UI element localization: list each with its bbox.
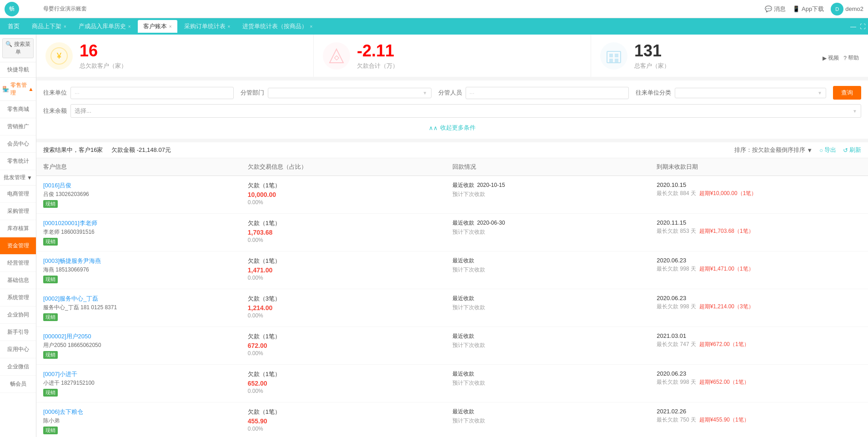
next-collect-5: 预计下次收款 (452, 379, 657, 387)
overdue-link-1[interactable]: 超期¥1,703.68（1笔） (699, 228, 754, 234)
sidebar-item-wholesale-mgmt[interactable]: 批发管理 ▼ (0, 170, 36, 186)
sidebar-item-inventory[interactable]: 库存核算 (0, 220, 36, 237)
debt-percent-0: 0.00% (248, 199, 452, 206)
customer-name-3[interactable]: [0002]服务中心_丁磊 (43, 295, 98, 302)
tab-close-goods[interactable]: × (310, 24, 312, 29)
overdue-link-4[interactable]: 超期¥672.00（1笔） (699, 341, 749, 347)
tab-close-production[interactable]: × (128, 24, 131, 29)
due-cell-0: 2020.10.15 最长欠款 884 天 超期¥10,000.00（1笔） (657, 181, 861, 197)
sidebar-item-vip[interactable]: 畅会员 (0, 376, 36, 393)
app-download-btn[interactable]: 📱 App下载 (793, 5, 824, 13)
next-collect-4: 预计下次收款 (452, 342, 657, 349)
search-menu-btn[interactable]: 🔍 搜索菜单 (2, 38, 34, 58)
category-select[interactable]: ▼ (675, 88, 826, 98)
collection-cell-2: 最近收款 预计下次收款 (452, 257, 657, 274)
customer-name-6[interactable]: [0006]去下粮仓 (43, 408, 83, 415)
overdue-link-2[interactable]: 超期¥1,471.00（1笔） (699, 266, 754, 272)
overdue-link-3[interactable]: 超期¥1,214.00（3笔） (699, 303, 754, 310)
tab-goods-stats[interactable]: 进货单统计表（按商品） × (237, 20, 318, 33)
sidebar-item-members[interactable]: 会员中心 (0, 136, 36, 153)
balance-label: 往来余额 (43, 107, 67, 115)
sidebar-item-finance[interactable]: 资金管理 (0, 237, 36, 255)
customer-name-2[interactable]: [0003]畅捷服务尹海燕 (43, 257, 101, 264)
debt-amount-6: 455.90 (248, 417, 452, 425)
collapse-filters-row[interactable]: ∧∧ 收起更多条件 (43, 122, 861, 133)
customer-name-0[interactable]: [0016]吕俊 (43, 182, 71, 189)
customer-name-5[interactable]: [0007]小进干 (43, 371, 77, 377)
due-date-2: 2020.06.23 (657, 257, 861, 264)
sidebar-item-ecommerce[interactable]: 电商管理 (0, 186, 36, 203)
download-icon: 📱 (793, 5, 800, 12)
balance-select[interactable]: 选择... ▼ (70, 104, 861, 118)
debt-cell-2: 欠款（1笔） 1,471.00 0.00% (248, 257, 452, 281)
person-label: 分管人员 (438, 89, 462, 97)
overdue-link-0[interactable]: 超期¥10,000.00（1笔） (699, 190, 757, 196)
sidebar-item-purchase[interactable]: 采购管理 (0, 203, 36, 220)
tab-home[interactable]: 首页 (2, 20, 25, 33)
col-due-date: 到期未收款日期 (657, 163, 861, 171)
user-menu[interactable]: D demo2 (831, 3, 863, 15)
debt-count-1: 欠款（1笔） (248, 219, 452, 227)
refresh-btn[interactable]: ↺ 刷新 (843, 146, 861, 154)
stat-total-customers-info: 131 总客户（家） (634, 41, 670, 70)
collapse-icon: ∧∧ (429, 125, 438, 131)
debt-amount-5: 652.00 (248, 380, 452, 387)
dept-chevron: ▼ (423, 90, 427, 95)
dept-select[interactable]: ▼ (268, 88, 431, 98)
debt-cell-4: 欠款（1笔） 672.00 0.00% (248, 332, 452, 357)
last-collect-0: 最近收款 2020-10-15 (452, 181, 657, 189)
export-btn[interactable]: ○ 导出 (819, 146, 836, 154)
sidebar-item-retail-mgmt[interactable]: 🏪 零售管理 ▲ (0, 78, 36, 101)
sort-chevron: ▼ (807, 147, 813, 154)
overdue-link-6[interactable]: 超期¥455.90（1笔） (699, 417, 749, 423)
sidebar-item-basic-info[interactable]: 基础信息 (0, 272, 36, 289)
customer-cell-1: [0001020001]李老师 李老师 18600391516 现销 (43, 219, 248, 246)
sidebar-item-operations[interactable]: 经营管理 (0, 255, 36, 272)
user-avatar: D (831, 3, 843, 15)
messages-btn[interactable]: 💬 消息 (765, 5, 786, 13)
tab-bar: 首页 商品上下架 × 产成品入库单历史 × 客户账本 × 采购订单统计表 × 进… (0, 18, 868, 35)
debt-percent-5: 0.00% (248, 388, 452, 394)
sidebar-item-retail-mall[interactable]: 零售商城 (0, 101, 36, 118)
debt-count-4: 欠款（1笔） (248, 332, 452, 341)
sort-select[interactable]: 排序：按欠款金额倒序排序 ▼ (734, 146, 813, 154)
tab-purchase-orders[interactable]: 采购订单统计表 × (179, 20, 236, 33)
sidebar-item-newbie[interactable]: 新手引导 (0, 324, 36, 341)
overdue-link-5[interactable]: 超期¥652.00（1笔） (699, 379, 749, 385)
debt-amount-value: -2.11 (357, 41, 398, 60)
sidebar-item-app-center[interactable]: 应用中心 (0, 341, 36, 358)
main-layout: 🔍 搜索菜单 快捷导航 🏪 零售管理 ▲ 零售商城 营销推广 会员中心 零售统计 (0, 35, 868, 437)
minimize-icon[interactable]: — (850, 23, 856, 30)
supplier-input[interactable]: ··· (70, 87, 234, 99)
customer-phone-6: 陈小弟 (43, 417, 248, 425)
query-button[interactable]: 查询 (833, 86, 861, 100)
sidebar-item-enterprise[interactable]: 企业协同 (0, 306, 36, 324)
sidebar-item-retail-stats[interactable]: 零售统计 (0, 153, 36, 170)
customer-name-4[interactable]: [000002]用户2050 (43, 333, 91, 340)
person-input[interactable]: ··· (466, 87, 629, 99)
customer-tag-3: 现销 (43, 313, 58, 321)
tab-production[interactable]: 产成品入库单历史 × (73, 20, 136, 33)
video-btn[interactable]: ▶ 视频 (823, 54, 839, 62)
quick-nav[interactable]: 快捷导航 (0, 62, 36, 78)
tab-close-purchase[interactable]: × (228, 24, 231, 29)
debt-amount-label: 欠款合计（万） (357, 62, 398, 70)
tab-close-products[interactable]: × (64, 24, 66, 29)
help-btn[interactable]: ? 帮助 (843, 54, 859, 62)
customer-phone-5: 小进干 18279152100 (43, 379, 248, 387)
tab-customer-account[interactable]: 客户账本 × (138, 20, 177, 33)
sidebar-item-wechat[interactable]: 企业微信 (0, 358, 36, 376)
customer-phone-4: 用户2050 18665062050 (43, 342, 248, 349)
table-row: [0006]去下粮仓 陈小弟 现销 欠款（1笔） 455.90 0.00% 最近… (36, 402, 868, 437)
customer-name-1[interactable]: [0001020001]李老师 (43, 220, 97, 226)
sidebar-item-marketing[interactable]: 营销推广 (0, 118, 36, 136)
debt-amount-2: 1,471.00 (248, 266, 452, 274)
tab-products[interactable]: 商品上下架 × (26, 20, 72, 33)
dept-label: 分管部门 (241, 89, 264, 97)
tab-close-customer[interactable]: × (169, 24, 172, 29)
last-collect-6: 最近收款 (452, 408, 657, 416)
total-customers-value: 131 (634, 41, 670, 60)
stats-header: ¥ 16 总欠款客户（家） ◇ -2.11 欠款合计（万） (36, 35, 868, 77)
sidebar-item-system[interactable]: 系统管理 (0, 289, 36, 306)
expand-icon[interactable]: ⛶ (860, 23, 866, 30)
